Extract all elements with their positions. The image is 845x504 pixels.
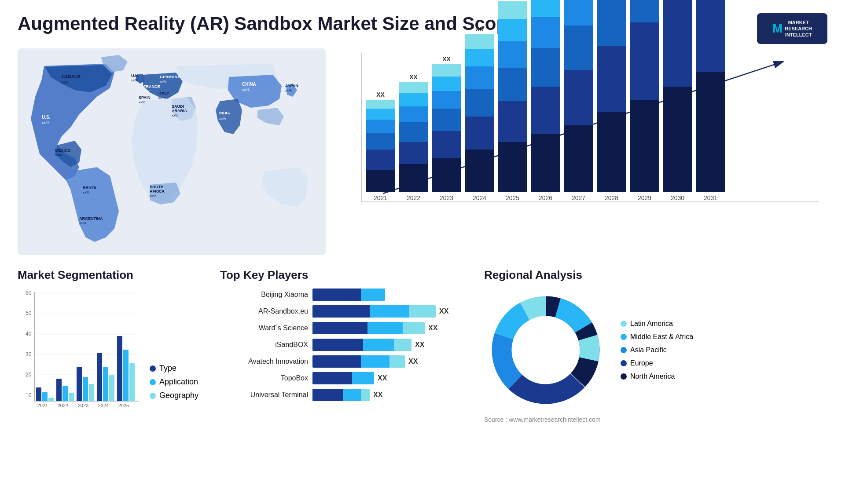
player-name: TopoBox [220, 374, 308, 382]
bar-value-label: XX [442, 55, 451, 62]
bar-segment [630, 0, 659, 22]
svg-text:CANADA: CANADA [62, 74, 81, 79]
stacked-bar [696, 0, 725, 192]
svg-text:SOUTH: SOUTH [150, 185, 164, 189]
apac-label: Asia Pacific [630, 346, 667, 354]
bar-year-label: 2024 [473, 194, 486, 201]
map-svg: CANADA xx% U.S. xx% MEXICO xx% BRAZIL xx… [18, 48, 326, 255]
svg-text:MEXICO: MEXICO [55, 148, 71, 153]
svg-rect-58 [83, 377, 88, 401]
svg-rect-53 [56, 379, 62, 401]
north-america-dot [621, 373, 627, 380]
svg-text:xx%: xx% [62, 80, 69, 84]
bar-segment [432, 131, 461, 159]
svg-rect-49 [36, 387, 41, 401]
type-label: Type [159, 364, 176, 373]
bar-year-label: 2031 [704, 194, 717, 201]
bar-segment [399, 82, 428, 93]
svg-text:xx%: xx% [83, 190, 89, 194]
bar-year-label: 2030 [671, 194, 684, 201]
player-bar [312, 322, 425, 334]
svg-rect-57 [77, 367, 82, 401]
svg-text:xx%: xx% [143, 89, 150, 93]
bar-segment [564, 125, 593, 192]
svg-text:BRAZIL: BRAZIL [83, 186, 97, 190]
svg-text:JAPAN: JAPAN [285, 84, 298, 88]
regional-section: Regional Analysis [484, 268, 827, 504]
bar-group: XX2031 [696, 0, 725, 201]
bar-segment [432, 64, 461, 77]
player-row-avatech: Avatech Innovation XX [220, 355, 467, 368]
player-val: XX [373, 391, 382, 399]
svg-rect-62 [103, 367, 108, 401]
bar-segment [597, 112, 626, 192]
svg-text:2024: 2024 [98, 403, 109, 408]
stacked-bar [366, 100, 395, 192]
player-bar-container: XX [312, 355, 418, 368]
bar-group: XX2025 [498, 0, 527, 201]
europe-label: Europe [630, 359, 653, 367]
north-america-label: North America [630, 373, 675, 380]
bar-segment [465, 150, 494, 192]
geography-label: Geography [159, 391, 198, 400]
bar-segment [366, 150, 395, 169]
player-row-wards: Ward´s Science XX [220, 322, 467, 334]
bar-year-label: 2029 [638, 194, 651, 201]
player-name: Beijing Xiaoma [220, 291, 308, 299]
bar-segment [663, 0, 692, 87]
svg-text:50: 50 [26, 310, 32, 316]
segmentation-section: Market Segmentation 60 50 40 30 20 10 [18, 268, 202, 504]
bar-value-label: XX [409, 73, 418, 80]
bar-value-label: XX [475, 26, 484, 33]
bar-segment [597, 0, 626, 46]
svg-text:xx%: xx% [139, 100, 145, 104]
svg-text:30: 30 [26, 351, 32, 358]
players-title: Top Key Players [220, 268, 467, 282]
svg-text:ITALY: ITALY [158, 91, 169, 95]
player-row-beijing: Beijing Xiaoma [220, 289, 467, 301]
svg-text:xx%: xx% [219, 117, 226, 121]
map-section: CANADA xx% U.S. xx% MEXICO xx% BRAZIL xx… [18, 48, 326, 259]
bar-group: XX2028 [597, 0, 626, 201]
bar-segment [465, 49, 494, 66]
svg-rect-67 [129, 363, 135, 401]
svg-text:xx%: xx% [131, 78, 138, 82]
legend-north-america: North America [621, 373, 693, 380]
svg-text:40: 40 [26, 331, 32, 337]
svg-text:SPAIN: SPAIN [139, 95, 151, 100]
bar-segment [531, 17, 560, 48]
player-name: AR-Sandbox.eu [220, 307, 308, 315]
legend-application: Application [150, 377, 198, 387]
stacked-bar [630, 0, 659, 192]
europe-dot [621, 360, 627, 366]
seg-chart: 60 50 40 30 20 10 [18, 289, 141, 413]
bar-segment [432, 91, 461, 109]
bar-segment [531, 87, 560, 134]
bar-year-label: 2025 [506, 194, 519, 201]
bar-year-label: 2021 [374, 194, 387, 201]
player-bar [312, 289, 385, 301]
bar-chart-section: XX2021XX2022XX2023XX2024XX2025XX2026XX20… [334, 48, 827, 259]
stacked-bar [531, 0, 560, 192]
bar-segment [663, 87, 692, 192]
stacked-bar [432, 64, 461, 192]
bar-group: XX2027 [564, 0, 593, 201]
player-row-universal: Universal Terminal XX [220, 389, 467, 401]
player-bar [312, 355, 405, 368]
mea-label: Middle East & Africa [630, 333, 693, 341]
application-label: Application [159, 377, 198, 387]
bar-segment [531, 134, 560, 192]
application-dot [150, 379, 156, 385]
svg-text:AFRICA: AFRICA [150, 189, 165, 194]
svg-text:xx%: xx% [150, 194, 156, 198]
player-bar-container: XX [312, 339, 424, 351]
player-bar-container: XX [312, 305, 448, 318]
bar-segment [498, 41, 527, 68]
bar-segment [696, 0, 725, 72]
page-title: Augmented Reality (AR) Sandbox Market Si… [18, 13, 518, 34]
bar-year-label: 2023 [440, 194, 453, 201]
bar-segment [399, 122, 428, 142]
svg-rect-61 [97, 353, 102, 401]
player-row-arsandbox: AR-Sandbox.eu XX [220, 305, 467, 318]
logo-text: MARKETRESEARCHINTELLECT [785, 19, 812, 38]
